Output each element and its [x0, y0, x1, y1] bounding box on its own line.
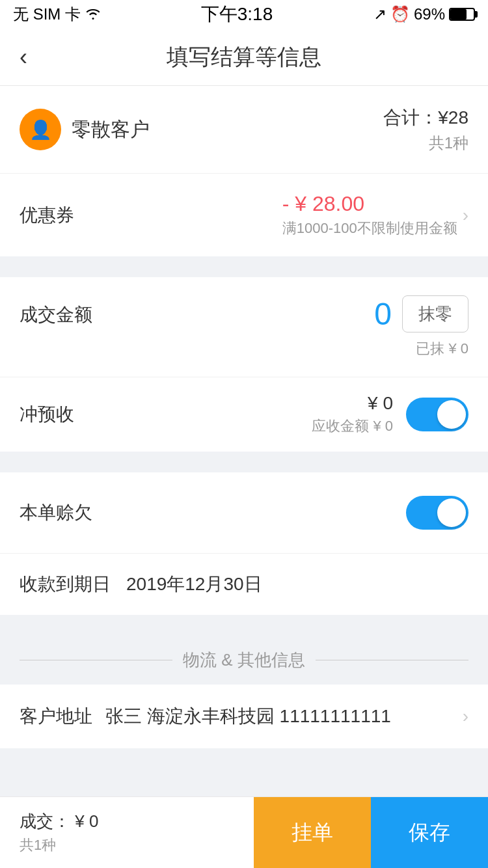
battery-label: 69% [414, 5, 445, 23]
amount-value[interactable]: 0 [374, 296, 392, 332]
logistics-line-left [20, 660, 172, 660]
duedate-row: 收款到期日 2019年12月30日 [0, 553, 488, 615]
divider-1 [0, 267, 488, 277]
coupon-right: - ¥ 28.00 满1000-100不限制使用金额 › [282, 192, 468, 238]
deal-amount: ¥ 0 [75, 811, 98, 831]
status-left: 无 SIM 卡 [13, 4, 100, 25]
customer-name: 零散客户 [72, 116, 150, 143]
charge-right: ¥ 0 应收金额 ¥ 0 [312, 393, 468, 436]
bottom-bar: 成交： ¥ 0 共1种 挂单 保存 [0, 796, 488, 868]
back-button[interactable]: ‹ [20, 44, 27, 71]
page-title: 填写结算等信息 [167, 42, 321, 72]
customer-section: 👤 零散客户 合计：¥28 共1种 优惠券 - ¥ 28.00 满1000-10… [0, 86, 488, 256]
credit-row: 本单赊欠 [0, 472, 488, 553]
logistics-line-right [316, 660, 468, 660]
address-chevron-icon: › [463, 706, 468, 727]
amount-row: 成交金额 0 抹零 已抹 ¥ 0 [0, 277, 488, 377]
divider-2 [0, 462, 488, 472]
customer-row: 👤 零散客户 合计：¥28 共1种 [0, 86, 488, 173]
deal-label: 成交： [20, 811, 70, 831]
logistics-header: 物流 & 其他信息 [0, 636, 488, 685]
customer-left: 👤 零散客户 [20, 109, 150, 150]
logistics-label: 物流 & 其他信息 [183, 649, 305, 671]
status-right: ↗ ⏰ 69% [373, 5, 475, 23]
charge-amount: ¥ 0 [312, 393, 393, 414]
address-section: 客户地址 张三 海淀永丰科技园 11111111111 › [0, 685, 488, 748]
toggle-knob [437, 400, 466, 429]
credit-label: 本单赊欠 [20, 493, 92, 532]
chevron-right-icon: › [463, 205, 468, 226]
customer-right: 合计：¥28 共1种 [383, 105, 468, 154]
wifi-icon [86, 5, 100, 23]
bottom-deal: 成交： ¥ 0 [20, 810, 234, 833]
round-button[interactable]: 抹零 [402, 295, 468, 332]
battery-icon [449, 8, 475, 21]
amount-label: 成交金额 [20, 295, 92, 334]
credit-section: 本单赊欠 收款到期日 2019年12月30日 [0, 472, 488, 615]
divider-3 [0, 625, 488, 636]
amount-right: 0 抹零 已抹 ¥ 0 [374, 295, 468, 359]
location-icon: ↗ [373, 5, 386, 23]
charge-label: 冲预收 [20, 402, 74, 427]
transaction-section: 成交金额 0 抹零 已抹 ¥ 0 冲预收 ¥ 0 应收金额 ¥ 0 [0, 277, 488, 452]
credit-toggle[interactable] [406, 496, 468, 530]
nav-bar: ‹ 填写结算等信息 [0, 29, 488, 86]
bottom-summary: 成交： ¥ 0 共1种 [0, 810, 254, 855]
customer-avatar: 👤 [20, 109, 61, 150]
carrier-label: 无 SIM 卡 [13, 4, 81, 25]
coupon-info: - ¥ 28.00 满1000-100不限制使用金额 [282, 192, 457, 238]
duedate-value: 2019年12月30日 [126, 572, 262, 597]
coupon-discount: - ¥ 28.00 [282, 192, 457, 216]
total-amount: 合计：¥28 [383, 105, 468, 130]
charge-values: ¥ 0 应收金额 ¥ 0 [312, 393, 393, 436]
charge-toggle[interactable] [406, 398, 468, 431]
coupon-label: 优惠券 [20, 203, 74, 228]
address-value: 张三 海淀永丰科技园 11111111111 [105, 704, 463, 729]
credit-toggle-knob [437, 498, 466, 527]
coupon-row[interactable]: 优惠券 - ¥ 28.00 满1000-100不限制使用金额 › [0, 173, 488, 256]
already-rounded: 已抹 ¥ 0 [416, 339, 468, 359]
bottom-count: 共1种 [20, 835, 234, 855]
charge-row: 冲预收 ¥ 0 应收金额 ¥ 0 [0, 377, 488, 452]
save-button[interactable]: 保存 [371, 797, 488, 869]
total-count: 共1种 [383, 133, 468, 154]
hold-button[interactable]: 挂单 [254, 797, 371, 869]
avatar-icon: 👤 [29, 119, 52, 141]
duedate-label: 收款到期日 [20, 572, 111, 597]
status-bar: 无 SIM 卡 下午3:18 ↗ ⏰ 69% [0, 0, 488, 29]
charge-sub: 应收金额 ¥ 0 [312, 416, 393, 436]
address-label: 客户地址 [20, 704, 92, 729]
address-row[interactable]: 客户地址 张三 海淀永丰科技园 11111111111 › [0, 685, 488, 748]
coupon-description: 满1000-100不限制使用金额 [282, 219, 457, 238]
alarm-icon: ⏰ [390, 5, 410, 23]
status-time: 下午3:18 [201, 2, 273, 27]
